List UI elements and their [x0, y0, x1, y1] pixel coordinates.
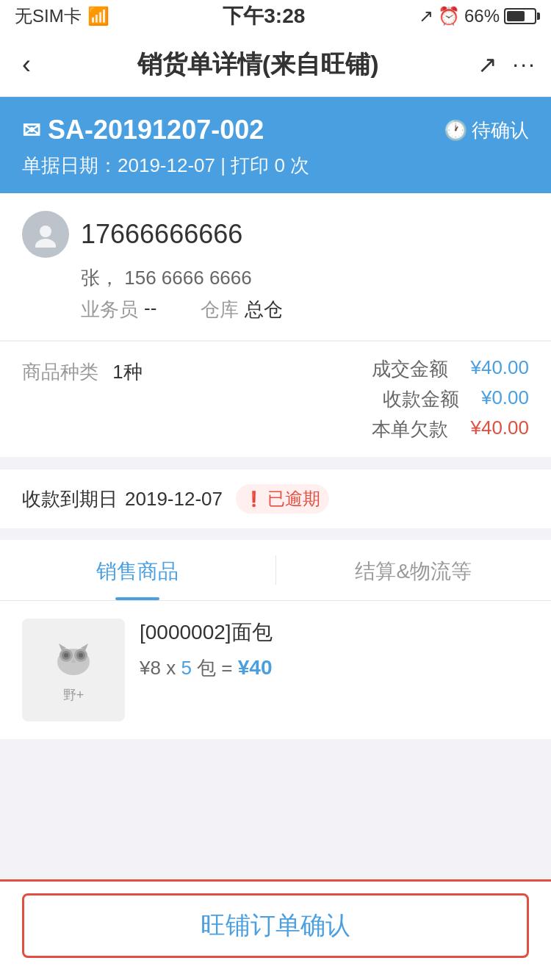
- avatar: [22, 211, 69, 258]
- product-logo-container: 野+: [44, 636, 103, 704]
- customer-section: 17666666666 张， 156 6666 6666 业务员 -- 仓库 总…: [0, 193, 551, 341]
- product-logo-svg: [44, 636, 103, 680]
- order-date: 单据日期：2019-12-07 | 打印 0 次: [22, 153, 529, 179]
- customer-info: 张， 156 6666 6666: [81, 265, 529, 291]
- tab-settlement[interactable]: 结算&物流等: [276, 540, 552, 600]
- confirm-order-button[interactable]: 旺铺订单确认: [22, 893, 529, 958]
- type-label: 商品种类: [22, 361, 98, 383]
- product-item: 野+ [0000002]面包 ¥8 x 5 包 = ¥40: [0, 601, 551, 739]
- nav-actions: ↗ ···: [478, 51, 536, 79]
- customer-card: 17666666666 张， 156 6666 6666 业务员 -- 仓库 总…: [0, 193, 551, 457]
- carrier-label: 无SIM卡: [15, 4, 82, 28]
- salesperson-value: --: [144, 297, 156, 323]
- more-button[interactable]: ···: [512, 51, 536, 78]
- balance-value: ¥40.00: [470, 417, 529, 442]
- product-logo-text: 野+: [63, 686, 84, 704]
- warehouse-item: 仓库 总仓: [201, 297, 283, 323]
- customer-phone: 17666666666: [81, 219, 242, 250]
- share-button[interactable]: ↗: [478, 51, 497, 79]
- due-date-value: 2019-12-07: [125, 488, 223, 511]
- location-icon: ↗: [419, 6, 433, 26]
- product-price: ¥8 x 5 包 = ¥40: [140, 655, 529, 681]
- product-name: [0000002]面包: [140, 619, 529, 646]
- page-title: 销货单详情(来自旺铺): [137, 48, 379, 82]
- multiply-icon: x: [166, 657, 176, 679]
- due-date-section: 收款到期日 2019-12-07 ❗ 已逾期: [0, 469, 551, 528]
- due-date-label: 收款到期日: [22, 486, 118, 512]
- balance-row: 本单欠款 ¥40.00: [372, 417, 529, 442]
- overdue-icon: ❗: [245, 490, 263, 508]
- balance-label: 本单欠款: [372, 417, 448, 442]
- status-left: 无SIM卡 📶: [15, 4, 109, 28]
- svg-point-5: [64, 653, 68, 657]
- received-row: 收款金额 ¥0.00: [383, 386, 529, 412]
- product-image: 野+: [22, 619, 125, 721]
- amount-value: ¥40.00: [470, 356, 529, 382]
- order-status: 🕐 待确认: [444, 118, 529, 143]
- order-icon: ✉: [22, 118, 40, 143]
- equals-icon: =: [221, 657, 232, 679]
- overdue-text: 已逾期: [267, 487, 320, 511]
- nav-bar: ‹ 销货单详情(来自旺铺) ↗ ···: [0, 32, 551, 97]
- amounts-section: 成交金额 ¥40.00 收款金额 ¥0.00 本单欠款 ¥40.00: [372, 356, 529, 442]
- alarm-icon: ⏰: [438, 6, 460, 26]
- product-type-section: 商品种类 1种: [22, 356, 143, 385]
- product-info: [0000002]面包 ¥8 x 5 包 = ¥40: [140, 619, 529, 681]
- type-value: 1种: [112, 361, 142, 383]
- unit-label: 包: [197, 657, 216, 679]
- back-button[interactable]: ‹: [15, 42, 38, 87]
- summary-section: 商品种类 1种 成交金额 ¥40.00 收款金额 ¥0.00 本单欠款 ¥40.…: [0, 341, 551, 457]
- status-clock-icon: 🕐: [444, 119, 467, 142]
- svg-point-1: [35, 239, 56, 248]
- svg-point-0: [40, 226, 51, 237]
- status-bar: 无SIM卡 📶 下午3:28 ↗ ⏰ 66%: [0, 0, 551, 32]
- order-header-card: ✉ SA-20191207-002 🕐 待确认 单据日期：2019-12-07 …: [0, 97, 551, 193]
- tabs-row: 销售商品 结算&物流等: [0, 540, 551, 600]
- total-value: ¥40: [238, 656, 273, 679]
- status-right: ↗ ⏰ 66%: [419, 6, 536, 26]
- products-card: 野+ [0000002]面包 ¥8 x 5 包 = ¥40: [0, 601, 551, 739]
- status-time: 下午3:28: [223, 2, 305, 30]
- warehouse-label: 仓库: [201, 297, 239, 323]
- svg-point-8: [79, 653, 83, 657]
- quantity-value: 5: [181, 657, 191, 679]
- salesperson-item: 业务员 --: [81, 297, 156, 323]
- battery-fill: [507, 11, 525, 21]
- bottom-bar: 旺铺订单确认: [0, 879, 551, 980]
- price-value: ¥8: [140, 657, 161, 679]
- battery-percent: 66%: [464, 6, 500, 26]
- order-id: ✉ SA-20191207-002: [22, 115, 264, 145]
- salesperson-label: 业务员: [81, 297, 138, 323]
- overdue-badge: ❗ 已逾期: [236, 484, 329, 514]
- received-label: 收款金额: [383, 386, 459, 412]
- tabs-section: 销售商品 结算&物流等: [0, 540, 551, 601]
- customer-row: 17666666666: [22, 211, 529, 258]
- warehouse-value: 总仓: [245, 297, 283, 323]
- status-text: 待确认: [472, 118, 529, 143]
- received-value: ¥0.00: [481, 386, 529, 412]
- battery-icon: [504, 8, 536, 24]
- order-id-text: SA-20191207-002: [48, 115, 264, 145]
- tab-sales-products[interactable]: 销售商品: [0, 540, 276, 600]
- wifi-icon: 📶: [87, 6, 109, 26]
- amount-label: 成交金额: [372, 356, 448, 382]
- amount-row: 成交金额 ¥40.00: [372, 356, 529, 382]
- customer-meta: 业务员 -- 仓库 总仓: [81, 297, 529, 323]
